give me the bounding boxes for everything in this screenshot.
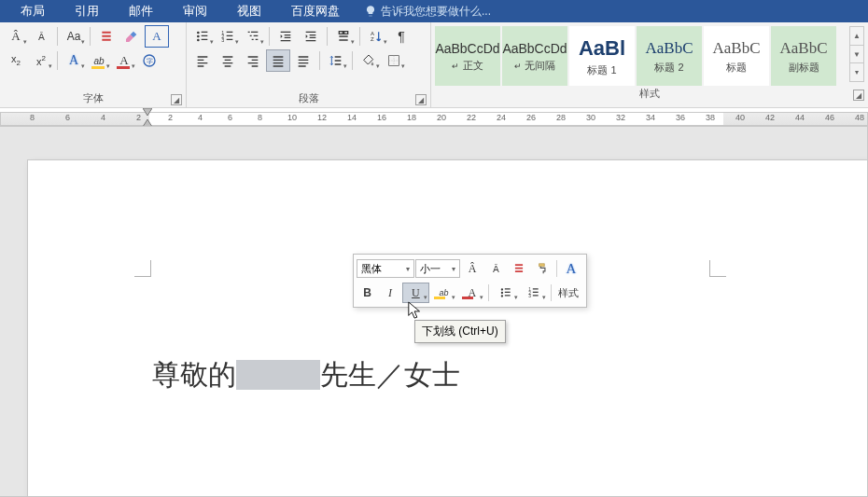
- shading-button[interactable]: [357, 49, 381, 72]
- enclose-characters-button[interactable]: 字: [137, 49, 161, 72]
- style-tile-2[interactable]: AaBl标题 1: [569, 26, 635, 86]
- mini-toolbar[interactable]: 黑体▾ 小一▾ Â Ǎ A B I U ab A 123 样式: [353, 254, 587, 308]
- phonetic-guide-button[interactable]: [94, 25, 119, 48]
- mini-phonetic-guide-button[interactable]: [508, 258, 530, 279]
- style-sample: AaBbCcDd: [502, 35, 567, 56]
- mini-underline-button[interactable]: U: [402, 283, 429, 303]
- phonetic-guide-icon: [512, 262, 525, 275]
- mini-text-effects-button[interactable]: A: [560, 258, 582, 279]
- gallery-scroll-up[interactable]: ▲: [850, 27, 863, 46]
- change-case-button[interactable]: Aa: [62, 25, 86, 48]
- tab-view[interactable]: 视图: [222, 0, 276, 22]
- outdent-icon: [278, 29, 293, 44]
- ruler-number: 32: [616, 113, 625, 122]
- tab-references[interactable]: 引用: [60, 0, 114, 22]
- style-tile-5[interactable]: AaBbC副标题: [771, 26, 836, 86]
- paragraph-dialog-launcher[interactable]: ◢: [415, 94, 427, 105]
- text-effects-button[interactable]: A: [62, 49, 86, 72]
- align-justify-button[interactable]: [266, 49, 290, 72]
- ruler-number: 4: [198, 113, 203, 122]
- bullets-icon: [195, 29, 210, 44]
- sort-icon: AZ: [369, 29, 384, 44]
- clear-format-button[interactable]: [119, 25, 144, 48]
- align-right-button[interactable]: [241, 49, 265, 72]
- align-center-button[interactable]: [216, 49, 240, 72]
- mini-bullets-button[interactable]: [492, 283, 519, 303]
- gallery-scroll-more[interactable]: ▾: [850, 63, 863, 81]
- margin-corner-top-right: [709, 260, 726, 277]
- line-spacing-button[interactable]: [324, 49, 348, 72]
- ribbon-group-paragraph: 123 AZ ¶: [187, 22, 431, 107]
- multilevel-icon: [245, 29, 260, 44]
- tell-me-search[interactable]: 告诉我您想要做什么...: [364, 4, 491, 20]
- mini-styles-button[interactable]: 样式: [554, 283, 583, 303]
- text-selection[interactable]: [236, 360, 320, 390]
- character-border-button[interactable]: A: [145, 25, 169, 48]
- font-dialog-launcher[interactable]: ◢: [171, 94, 182, 105]
- mini-bold-button[interactable]: B: [357, 283, 378, 303]
- tab-baidudisk[interactable]: 百度网盘: [276, 0, 355, 22]
- tab-mailings[interactable]: 邮件: [114, 0, 168, 22]
- style-gallery-scroll[interactable]: ▲ ▼ ▾: [849, 26, 864, 82]
- align-center-icon: [220, 53, 235, 68]
- document-text-line[interactable]: 尊敬的先生／女士: [152, 356, 460, 393]
- style-sample: AaBbCcDd: [435, 35, 499, 56]
- gallery-scroll-down[interactable]: ▼: [850, 46, 863, 64]
- bullets-button[interactable]: [190, 25, 215, 48]
- mini-font-color-button[interactable]: A: [458, 283, 485, 303]
- mini-italic-button[interactable]: I: [379, 283, 400, 303]
- mini-numbering-button[interactable]: 123: [521, 283, 548, 303]
- document-canvas[interactable]: 尊敬的先生／女士: [0, 127, 868, 497]
- style-gallery[interactable]: AaBbCcDd↵ 正文AaBbCcDd↵ 无间隔AaBl标题 1AaBbC标题…: [431, 22, 868, 86]
- ruler-number: 6: [228, 113, 232, 122]
- style-tile-1[interactable]: AaBbCcDd↵ 无间隔: [502, 26, 567, 86]
- ruler-number: 36: [676, 113, 685, 122]
- styles-dialog-launcher[interactable]: ◢: [853, 90, 864, 101]
- highlight-button[interactable]: ab: [87, 49, 111, 72]
- first-line-indent-marker[interactable]: [143, 108, 152, 116]
- style-tile-3[interactable]: AaBbC标题 2: [637, 26, 702, 86]
- ruler-number: 40: [735, 113, 745, 122]
- lightbulb-icon: [364, 5, 377, 18]
- ruler-number: 4: [101, 113, 105, 122]
- ruler-number: 28: [556, 113, 566, 122]
- mini-shrink-font-button[interactable]: Ǎ: [484, 258, 507, 279]
- align-left-icon: [195, 53, 210, 68]
- hanging-indent-marker[interactable]: [143, 119, 152, 127]
- bullets-icon: [499, 286, 512, 299]
- horizontal-ruler[interactable]: 8642246810121416182022242628303234363840…: [0, 108, 868, 127]
- decrease-indent-button[interactable]: [273, 25, 298, 48]
- tab-review[interactable]: 审阅: [168, 0, 222, 22]
- subscript-button[interactable]: x2: [4, 49, 28, 72]
- align-left-button[interactable]: [190, 49, 215, 72]
- align-distribute-button[interactable]: [291, 49, 315, 72]
- show-marks-button[interactable]: ¶: [389, 25, 413, 48]
- multilevel-list-button[interactable]: [241, 25, 265, 48]
- mini-format-painter-button[interactable]: [531, 258, 553, 279]
- mini-highlight-button[interactable]: ab: [430, 283, 457, 303]
- font-color-button[interactable]: A: [112, 49, 136, 72]
- style-name: 标题 1: [587, 61, 616, 81]
- ruler-number: 30: [586, 113, 595, 122]
- shrink-font-button[interactable]: Ǎ: [29, 25, 53, 48]
- numbering-button[interactable]: 123: [216, 25, 240, 48]
- group-label-styles: 样式 ◢: [431, 86, 868, 103]
- align-right-icon: [245, 53, 260, 68]
- phonetic-guide-icon: [99, 29, 114, 44]
- mini-font-size-combo[interactable]: 小一▾: [415, 259, 460, 278]
- superscript-button[interactable]: x2: [29, 49, 53, 72]
- mini-font-name-combo[interactable]: 黑体▾: [357, 259, 414, 278]
- text-part-1: 尊敬的: [152, 359, 236, 390]
- sort-button[interactable]: AZ: [364, 25, 388, 48]
- asian-layout-button[interactable]: [331, 25, 356, 48]
- increase-indent-button[interactable]: [299, 25, 323, 48]
- tab-layout[interactable]: 布局: [6, 0, 60, 22]
- mini-grow-font-button[interactable]: Â: [461, 258, 483, 279]
- ruler-number: 8: [258, 113, 262, 122]
- borders-button[interactable]: [382, 49, 406, 72]
- eraser-icon: [124, 29, 139, 44]
- style-tile-4[interactable]: AaBbC标题: [704, 26, 769, 86]
- style-name: 标题: [726, 58, 747, 78]
- style-tile-0[interactable]: AaBbCcDd↵ 正文: [435, 26, 500, 86]
- grow-font-button[interactable]: Â: [4, 25, 28, 48]
